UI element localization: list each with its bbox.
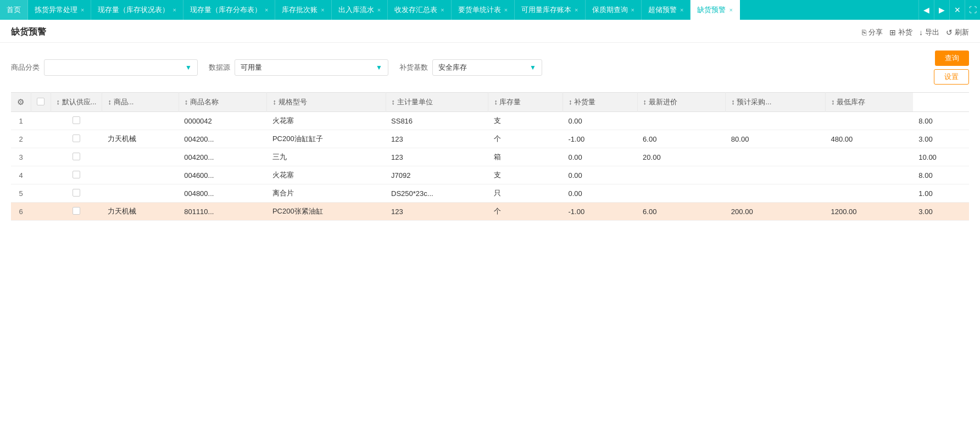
row-unit: 只 xyxy=(488,184,563,203)
table-body: 1 0000042 火花塞 SS816 支 0.00 8.00 2 力天机械 0… xyxy=(11,112,969,221)
nav-prev-button[interactable]: ◀ xyxy=(918,0,934,20)
tab-recv-summary[interactable]: 收发存汇总表 × xyxy=(388,0,451,20)
close-exception-icon[interactable]: × xyxy=(81,7,84,13)
row-unit: 箱 xyxy=(488,148,563,166)
replenish-base-label: 补货基数 xyxy=(399,63,428,72)
tab-requisition-stat[interactable]: 要货单统计表 × xyxy=(452,0,515,20)
refresh-icon: ↺ xyxy=(946,28,953,37)
row-checkbox[interactable] xyxy=(73,135,80,142)
row-supplier xyxy=(102,112,179,130)
category-arrow-icon: ▼ xyxy=(185,64,192,71)
close-recv-summary-icon[interactable]: × xyxy=(441,7,444,13)
row-name: 三九 xyxy=(267,148,386,166)
tab-batch-account[interactable]: 库存批次账 × xyxy=(275,0,331,20)
query-button[interactable]: 查询 xyxy=(935,51,969,66)
replenish-label: 补货 xyxy=(898,27,912,37)
settings-button[interactable]: 设置 xyxy=(934,69,969,85)
close-available-ledger-icon[interactable]: × xyxy=(575,7,578,13)
nav-close-button[interactable]: ✕ xyxy=(949,0,965,20)
export-label: 导出 xyxy=(925,27,939,37)
right-actions: 查询 设置 xyxy=(934,51,969,85)
row-code: 0000042 xyxy=(179,112,267,130)
tab-inventory-dist[interactable]: 现存量（库存分布表） × xyxy=(183,0,275,20)
row-checkbox[interactable] xyxy=(73,116,80,124)
category-select[interactable]: ▼ xyxy=(44,59,198,76)
datasource-value: 可用量 xyxy=(241,63,262,72)
tab-inout-flow-label: 出入库流水 xyxy=(338,5,374,15)
share-button[interactable]: ⎘ 分享 xyxy=(862,27,883,37)
row-supplier: 力天机械 xyxy=(102,130,179,148)
row-spec: J7092 xyxy=(386,166,488,184)
row-unit: 支 xyxy=(488,166,563,184)
tab-expiry-query[interactable]: 保质期查询 × xyxy=(586,0,642,20)
row-checkbox[interactable] xyxy=(73,189,80,197)
col-code-label: ↕ 商品... xyxy=(108,98,133,106)
nav-next-button[interactable]: ▶ xyxy=(934,0,949,20)
tab-exception[interactable]: 拣货异常处理 × xyxy=(28,0,91,20)
export-button[interactable]: ↓ 导出 xyxy=(919,27,939,37)
col-header-unit: ↕ 主计量单位 xyxy=(386,93,488,112)
page-content: 缺货预警 ⎘ 分享 ⊞ 补货 ↓ 导出 ↺ 刷新 商品分类 xyxy=(0,20,980,437)
close-overstock-warning-icon[interactable]: × xyxy=(680,7,683,13)
close-inventory-dist-icon[interactable]: × xyxy=(265,7,268,13)
replenish-icon: ⊞ xyxy=(889,28,896,37)
row-code: 004200... xyxy=(179,130,267,148)
row-code: 004200... xyxy=(179,148,267,166)
tab-inventory-status[interactable]: 现存量（库存状况表） × xyxy=(91,0,183,20)
tab-overstock-warning[interactable]: 超储预警 × xyxy=(642,0,691,20)
close-shortage-warning-icon[interactable]: × xyxy=(729,7,732,13)
row-checkbox-cell xyxy=(51,130,102,148)
row-replenish: 6.00 xyxy=(637,203,726,221)
row-stock: -1.00 xyxy=(563,203,637,221)
table-header-row: ⚙ ↕ 默认供应... ↕ 商品... ↕ 商品名称 ↕ xyxy=(11,93,969,112)
close-inventory-status-icon[interactable]: × xyxy=(172,7,176,13)
row-checkbox[interactable] xyxy=(73,207,80,215)
row-code: 004800... xyxy=(179,184,267,203)
nav-fullscreen-button[interactable]: ⛶ xyxy=(965,0,980,20)
export-icon: ↓ xyxy=(919,28,923,37)
col-header-latest-price: ↕ 最新进价 xyxy=(637,93,726,112)
select-all-checkbox[interactable] xyxy=(37,98,44,105)
table-row: 2 力天机械 004200... PC200油缸缸子 123 个 -1.00 6… xyxy=(11,130,969,148)
tab-expiry-query-label: 保质期查询 xyxy=(592,5,628,15)
row-supplier xyxy=(102,148,179,166)
row-checkbox-cell xyxy=(51,166,102,184)
close-requisition-stat-icon[interactable]: × xyxy=(504,7,508,13)
tab-recv-summary-label: 收发存汇总表 xyxy=(394,5,437,15)
row-index: 3 xyxy=(11,148,31,166)
col-header-min-stock: ↕ 最低库存 xyxy=(826,93,914,112)
replenish-base-select[interactable]: 安全库存 ▼ xyxy=(432,59,542,76)
row-gear-cell xyxy=(31,112,51,130)
tab-available-ledger[interactable]: 可用量库存账本 × xyxy=(515,0,585,20)
tab-home[interactable]: 首页 xyxy=(0,0,28,20)
row-unit: 支 xyxy=(488,112,563,130)
replenish-button[interactable]: ⊞ 补货 xyxy=(889,27,912,37)
row-index: 2 xyxy=(11,130,31,148)
row-latest-price xyxy=(726,112,826,130)
share-label: 分享 xyxy=(868,27,883,37)
row-checkbox[interactable] xyxy=(73,171,80,178)
datasource-select[interactable]: 可用量 ▼ xyxy=(235,59,388,76)
col-spec-label: ↕ 规格型号 xyxy=(272,98,307,106)
refresh-button[interactable]: ↺ 刷新 xyxy=(946,27,969,37)
column-settings-icon[interactable]: ⚙ xyxy=(16,97,25,107)
close-inout-flow-icon[interactable]: × xyxy=(377,7,381,13)
table-row: 3 004200... 三九 123 箱 0.00 20.00 10.00 xyxy=(11,148,969,166)
row-unit: 个 xyxy=(488,130,563,148)
col-header-supplier: ↕ 默认供应... xyxy=(51,93,102,112)
row-name: 火花塞 xyxy=(267,112,386,130)
row-min-stock: 10.00 xyxy=(913,148,969,166)
row-checkbox-cell xyxy=(51,184,102,203)
row-checkbox[interactable] xyxy=(73,153,80,160)
tab-inout-flow[interactable]: 出入库流水 × xyxy=(332,0,388,20)
row-min-stock: 1.00 xyxy=(913,184,969,203)
col-unit-label: ↕ 主计量单位 xyxy=(392,98,433,106)
tab-inventory-dist-label: 现存量（库存分布表） xyxy=(190,5,261,15)
tab-shortage-warning[interactable]: 缺货预警 × xyxy=(691,0,739,20)
row-spec: DS250*23c... xyxy=(386,184,488,203)
close-expiry-query-icon[interactable]: × xyxy=(631,7,634,13)
close-batch-account-icon[interactable]: × xyxy=(321,7,324,13)
row-latest-price xyxy=(726,166,826,184)
row-latest-price: 80.00 xyxy=(726,130,826,148)
row-index: 1 xyxy=(11,112,31,130)
